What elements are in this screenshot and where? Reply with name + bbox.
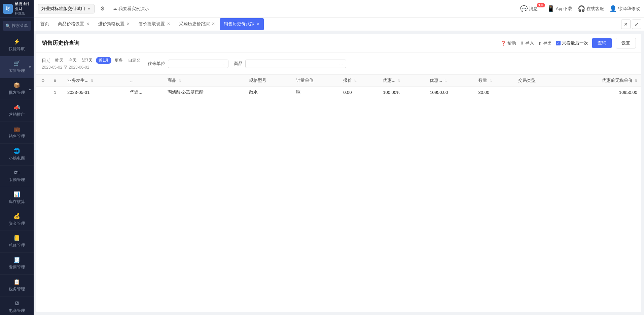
col-pretax-sort-icon: ⇅: [635, 79, 637, 82]
tab-purchase-history-close[interactable]: ✕: [212, 22, 215, 26]
tabs-bar: 首页 商品价格设置 ✕ 进价策略设置 ✕ 售价提取设置 ✕ 采购历史价跟踪 ✕ …: [34, 18, 644, 31]
tab-sale-extract[interactable]: 售价提取设置 ✕: [135, 18, 174, 30]
tab-expand-button[interactable]: ⤢: [632, 20, 641, 29]
date-today[interactable]: 今天: [67, 57, 79, 64]
message-button[interactable]: 💬 99+ 消息: [520, 5, 542, 12]
product-input[interactable]: …: [245, 60, 346, 68]
page-header: 销售历史价查询 ❓ 帮助 ⬇ 导入 ⬆ 导出 ✓ 只看最后一次 查: [36, 34, 641, 53]
export-button[interactable]: ⬆ 导出: [538, 40, 552, 46]
finance-icon: 💰: [13, 213, 20, 219]
sidebar-item-retail[interactable]: 🛒 零售管理 ▼: [0, 56, 34, 78]
col-extra[interactable]: ...: [126, 75, 164, 86]
tab-product-price-close[interactable]: ✕: [86, 22, 90, 26]
sidebar-item-ecommerce[interactable]: 🖥 电商管理: [0, 296, 34, 315]
app-label: App下载: [556, 6, 572, 12]
col-discount-pct[interactable]: 优惠... ⇅: [379, 75, 426, 86]
date-last1m[interactable]: 近1月: [96, 57, 112, 64]
service-button[interactable]: 🎧 在线客服: [578, 5, 604, 12]
last-only-checkbox[interactable]: ✓ 只看最后一次: [556, 40, 588, 46]
source-input[interactable]: …: [168, 60, 228, 68]
help-button[interactable]: ❓ 帮助: [501, 40, 516, 46]
cell-product: 丙烯酸-2-乙基已酯: [164, 86, 245, 98]
date-filter-group: 日期 昨天 今天 近7天 近1月 更多 自定义 2023-05-02 至 202…: [42, 57, 142, 70]
sidebar-search-section: 🔍 搜索菜单: [0, 18, 34, 34]
col-price[interactable]: 报价 ⇅: [339, 75, 379, 86]
cell-price: 0.00: [339, 86, 379, 98]
demo-icon: ☁: [113, 6, 117, 11]
setting-button[interactable]: 设置: [616, 38, 636, 48]
column-settings-icon[interactable]: ⚙: [41, 78, 45, 83]
sidebar-item-purchase[interactable]: 🛍 采购管理: [0, 166, 34, 187]
tab-sale-history-close[interactable]: ✕: [256, 22, 260, 26]
tab-sale-history[interactable]: 销售历史价跟踪 ✕: [220, 18, 264, 30]
tab-home[interactable]: 首页: [36, 18, 53, 30]
service-label: 在线客服: [586, 6, 604, 12]
sidebar-item-xiaochange[interactable]: 🌐 小畅电商: [0, 144, 34, 166]
tab-sale-history-label: 销售历史价跟踪: [224, 21, 254, 27]
demo-label: 我要看实例演示: [118, 6, 149, 12]
sidebar-item-marketing[interactable]: 📣 营销推广: [0, 100, 34, 122]
source-dots-button[interactable]: …: [221, 61, 225, 66]
col-num: #: [50, 75, 63, 86]
tab-close-window-button[interactable]: ✕: [621, 20, 631, 29]
date-filter-label: 日期: [42, 58, 50, 64]
sidebar-item-inventory-label: 库存核算: [9, 199, 25, 205]
col-unit: 计量单位: [292, 75, 339, 86]
col-date[interactable]: 业务发生... ⇅: [63, 75, 126, 86]
col-settings: ⚙: [36, 75, 50, 86]
user-label: 徐泽华修改: [618, 6, 640, 12]
date-last7[interactable]: 近7天: [80, 57, 95, 64]
product-dots-button[interactable]: …: [339, 61, 343, 66]
logo-icon: 财: [3, 4, 13, 14]
tab-product-price[interactable]: 商品价格设置 ✕: [54, 18, 94, 30]
tab-purchase-history-label: 采购历史价跟踪: [179, 21, 210, 27]
page-header-actions: ❓ 帮助 ⬇ 导入 ⬆ 导出 ✓ 只看最后一次 查询 设置: [501, 38, 636, 48]
xiaochange-icon: 🌐: [13, 148, 20, 154]
sidebar-item-nav[interactable]: ⚡ 快捷导航: [0, 34, 34, 56]
col-extra-label: ...: [130, 78, 134, 83]
sidebar-item-finance[interactable]: 💰 资金管理: [0, 209, 34, 231]
date-more[interactable]: 更多: [113, 57, 125, 64]
page-title: 销售历史价查询: [42, 40, 79, 47]
tab-purchase-strategy[interactable]: 进价策略设置 ✕: [94, 18, 134, 30]
col-pretax-price-label: 优惠前无税单价: [602, 77, 633, 83]
version-dropdown-icon: ▼: [87, 7, 91, 11]
demo-link[interactable]: ☁ 我要看实例演示: [113, 6, 149, 12]
version-selector[interactable]: 好业财标准版交付试用 ▼: [38, 4, 95, 13]
date-custom[interactable]: 自定义: [126, 57, 142, 64]
sidebar-item-ecommerce-label: 电商管理: [9, 308, 25, 314]
table-row[interactable]: 1 2023-05-31 华追... 丙烯酸-2-乙基已酯 散水 吨 0.00 …: [36, 86, 641, 98]
sidebar-item-sales-label: 销售管理: [9, 134, 25, 139]
col-pretax-price[interactable]: 优惠前无税单价 ⇅: [561, 75, 641, 86]
page-content: 销售历史价查询 ❓ 帮助 ⬇ 导入 ⬆ 导出 ✓ 只看最后一次 查: [36, 34, 641, 312]
col-date-label: 业务发生...: [67, 77, 88, 83]
sidebar-item-wholesale[interactable]: 📦 批发管理 ▲: [0, 78, 34, 100]
sidebar-nav-label: 快捷导航: [9, 46, 25, 52]
sidebar-item-inventory[interactable]: 📊 库存核算: [0, 187, 34, 209]
sidebar-logo: 财 畅捷通好业财 标准版: [0, 0, 34, 18]
sidebar-item-wholesale-label: 批发管理: [9, 90, 25, 96]
col-quantity[interactable]: 数量 ⇅: [474, 75, 514, 86]
tab-purchase-history[interactable]: 采购历史价跟踪 ✕: [175, 18, 219, 30]
wholesale-arrow-icon: ▲: [28, 87, 32, 91]
main-container: 好业财标准版交付试用 ▼ ⚙ ☁ 我要看实例演示 💬 99+ 消息 📱 App下…: [34, 0, 644, 315]
sidebar-item-ledger[interactable]: 📒 总账管理: [0, 231, 34, 253]
date-yesterday[interactable]: 昨天: [53, 57, 65, 64]
col-product[interactable]: 商品 ⇅: [164, 75, 245, 86]
tab-purchase-strategy-close[interactable]: ✕: [127, 22, 130, 26]
query-button[interactable]: 查询: [592, 38, 612, 48]
col-discount-amt[interactable]: 优惠... ⇅: [426, 75, 474, 86]
search-menu-label: 搜索菜单: [12, 23, 28, 29]
tab-sale-extract-close[interactable]: ✕: [167, 22, 170, 26]
ledger-icon: 📒: [13, 235, 20, 241]
user-menu[interactable]: 👤 徐泽华修改: [609, 5, 640, 12]
sidebar-item-invoice[interactable]: 🧾 发票管理: [0, 253, 34, 275]
sidebar-item-tax[interactable]: 📋 税务管理: [0, 275, 34, 296]
version-settings-button[interactable]: ⚙: [97, 4, 107, 14]
source-filter-group: 往来单位 …: [148, 60, 228, 68]
import-button[interactable]: ⬇ 导入: [520, 40, 534, 46]
search-menu-button[interactable]: 🔍 搜索菜单: [3, 21, 31, 31]
app-download-button[interactable]: 📱 App下载: [547, 5, 572, 12]
sidebar-item-sales[interactable]: 💼 销售管理: [0, 122, 34, 144]
col-discount-amt-label: 优惠...: [430, 77, 442, 83]
